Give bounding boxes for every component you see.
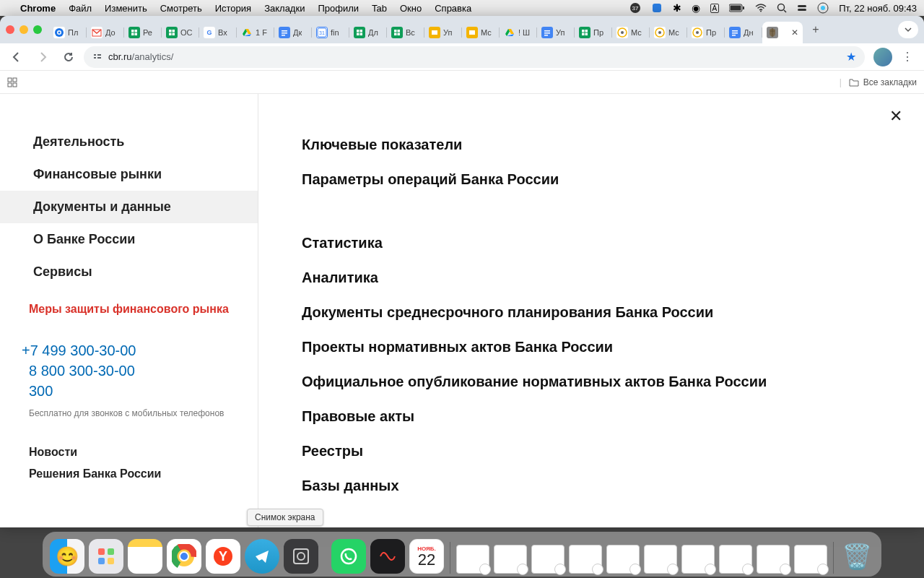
menubar-icon[interactable]: 37: [629, 2, 641, 14]
dock-window-thumb[interactable]: [719, 545, 752, 574]
browser-tab[interactable]: Пр: [575, 22, 612, 43]
browser-tab[interactable]: Уп: [537, 22, 575, 43]
browser-tab[interactable]: ! Ш: [500, 22, 537, 43]
menu-edit[interactable]: Изменить: [105, 3, 147, 14]
dock-trash[interactable]: 🗑️: [840, 539, 874, 574]
dock-window-thumb[interactable]: [569, 545, 602, 574]
dock-window-thumb[interactable]: [606, 545, 640, 574]
browser-tab[interactable]: GВх: [199, 22, 237, 43]
browser-tab[interactable]: Дн: [725, 22, 762, 43]
section-link[interactable]: Правовые акты: [302, 399, 881, 434]
dock-window-thumb[interactable]: [494, 545, 527, 574]
browser-tab[interactable]: ОС: [162, 22, 199, 43]
address-bar[interactable]: cbr.ru/analytics/ ★: [84, 46, 865, 68]
browser-tab[interactable]: ✕: [762, 22, 803, 43]
dock-window-thumb[interactable]: [757, 545, 790, 574]
control-center-icon[interactable]: [797, 3, 807, 13]
sidebar-sub-link[interactable]: Новости: [29, 441, 229, 463]
dock-chrome[interactable]: [167, 539, 201, 574]
site-info-icon[interactable]: [92, 52, 103, 62]
menu-file[interactable]: Файл: [69, 3, 92, 14]
browser-tab[interactable]: Пр: [687, 22, 725, 43]
maximize-window-button[interactable]: [33, 25, 42, 34]
sidebar-alert-link[interactable]: Меры защиты финансового рынка: [0, 288, 258, 323]
phone-number[interactable]: 8 800 300-30-00: [22, 361, 236, 381]
menu-bookmarks[interactable]: Закладки: [264, 3, 305, 14]
menubar-icon[interactable]: [651, 2, 663, 14]
browser-tab[interactable]: Вс: [387, 22, 424, 43]
browser-tab[interactable]: До: [87, 22, 124, 43]
dock-yandex[interactable]: Y: [206, 539, 240, 574]
browser-tab[interactable]: Мс: [650, 22, 687, 43]
section-link[interactable]: Проекты нормативных актов Банка России: [302, 329, 881, 364]
sidebar-nav-item[interactable]: О Банке России: [0, 223, 258, 256]
section-link[interactable]: Реестры: [302, 434, 881, 468]
section-link[interactable]: Базы данных: [302, 468, 881, 503]
menubar-datetime[interactable]: Пт, 22 нояб. 09:43: [839, 3, 917, 14]
section-link[interactable]: Ключевые показатели: [302, 127, 881, 162]
back-button[interactable]: [6, 46, 27, 68]
dock-finder[interactable]: 😊: [50, 539, 84, 574]
sidebar-sub-link[interactable]: Решения Банка России: [29, 463, 229, 485]
menu-window[interactable]: Окно: [400, 3, 422, 14]
bluetooth-icon[interactable]: ✱: [673, 2, 681, 14]
app-name[interactable]: Chrome: [20, 3, 56, 14]
minimize-window-button[interactable]: [19, 25, 28, 34]
phone-number[interactable]: 300: [22, 381, 236, 401]
all-bookmarks-button[interactable]: Все закладки: [849, 77, 917, 87]
bookmark-star-icon[interactable]: ★: [846, 50, 856, 64]
reload-button[interactable]: [58, 46, 79, 68]
browser-tab[interactable]: 31fin: [312, 22, 349, 43]
dock-screenshot[interactable]: [284, 539, 318, 574]
menu-view[interactable]: Смотреть: [160, 3, 202, 14]
browser-tab[interactable]: Пл: [49, 22, 87, 43]
section-link[interactable]: Архив: [302, 523, 881, 527]
browser-tab[interactable]: Мс: [462, 22, 500, 43]
play-icon[interactable]: ◉: [692, 2, 700, 14]
new-tab-button[interactable]: +: [806, 20, 826, 40]
battery-icon[interactable]: [729, 4, 745, 12]
dock-launchpad[interactable]: [89, 539, 123, 574]
section-link[interactable]: Статистика: [302, 225, 881, 260]
chrome-menu-button[interactable]: ⋮: [897, 50, 918, 64]
section-link[interactable]: Официальное опубликование нормативных ак…: [302, 364, 881, 399]
section-link[interactable]: Документы среднесрочного планирования Ба…: [302, 295, 881, 329]
menu-history[interactable]: История: [215, 3, 251, 14]
siri-icon[interactable]: [817, 2, 829, 14]
dock-window-thumb[interactable]: [456, 545, 489, 574]
sidebar-nav-item[interactable]: Сервисы: [0, 256, 258, 288]
dock-voice-memos[interactable]: [370, 539, 405, 574]
dock-window-thumb[interactable]: [794, 545, 827, 574]
sidebar-nav-item[interactable]: Документы и данные: [0, 191, 258, 223]
dock-notes[interactable]: [128, 539, 162, 574]
menu-profiles[interactable]: Профили: [318, 3, 359, 14]
sidebar-nav-item[interactable]: Деятельность: [0, 126, 258, 158]
close-window-button[interactable]: [6, 25, 14, 34]
dock-window-thumb[interactable]: [644, 545, 677, 574]
dock-telegram[interactable]: [245, 539, 279, 574]
browser-tab[interactable]: Ре: [124, 22, 162, 43]
phone-number[interactable]: +7 499 300-30-00: [22, 340, 236, 361]
dock-whatsapp[interactable]: [331, 539, 366, 574]
browser-tab[interactable]: Уп: [424, 22, 462, 43]
apps-grid-icon[interactable]: [7, 77, 17, 87]
browser-tab[interactable]: Дл: [349, 22, 387, 43]
wifi-icon[interactable]: [755, 4, 767, 12]
sidebar-nav-item[interactable]: Финансовые рынки: [0, 158, 258, 191]
close-tab-icon[interactable]: ✕: [791, 27, 798, 38]
search-icon[interactable]: [777, 3, 787, 13]
input-icon[interactable]: A: [710, 4, 720, 13]
menu-help[interactable]: Справка: [435, 3, 471, 14]
menu-tab[interactable]: Tab: [372, 3, 387, 14]
section-link[interactable]: Параметры операций Банка России: [302, 162, 881, 197]
browser-tab[interactable]: Мс: [612, 22, 650, 43]
dock-calendar[interactable]: нояб. 22: [409, 539, 444, 574]
profile-avatar[interactable]: [873, 48, 892, 66]
forward-button[interactable]: [32, 46, 53, 68]
browser-tab[interactable]: Дк: [274, 22, 312, 43]
browser-tab[interactable]: 1 F: [237, 22, 274, 43]
dock-window-thumb[interactable]: [681, 545, 715, 574]
section-link[interactable]: Аналитика: [302, 260, 881, 295]
close-panel-button[interactable]: ✕: [889, 107, 902, 126]
tabs-overflow-button[interactable]: [898, 21, 918, 38]
